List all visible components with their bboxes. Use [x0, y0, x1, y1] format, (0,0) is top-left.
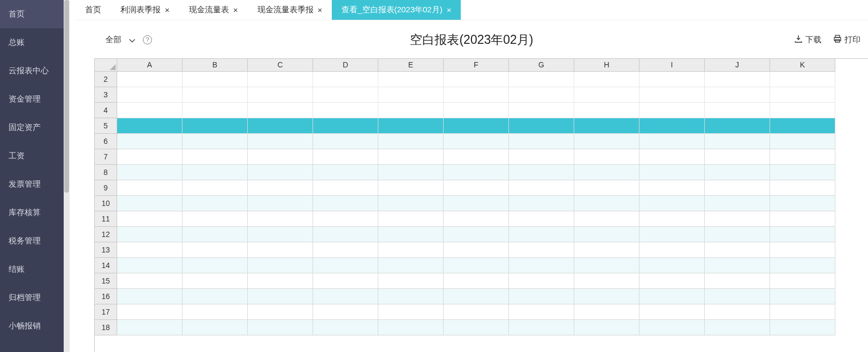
cell[interactable]	[509, 72, 574, 87]
cell[interactable]	[182, 134, 248, 149]
cell[interactable]	[639, 180, 705, 196]
cell[interactable]	[509, 103, 574, 118]
column-header[interactable]: J	[705, 59, 770, 72]
cell[interactable]	[117, 149, 182, 165]
close-icon[interactable]: ×	[318, 6, 323, 14]
cell[interactable]	[770, 258, 835, 273]
cell[interactable]	[770, 118, 835, 134]
cell[interactable]	[444, 242, 509, 258]
cell[interactable]	[117, 165, 182, 180]
row-header[interactable]: 2	[95, 72, 117, 87]
row-header[interactable]: 12	[95, 227, 117, 242]
cell[interactable]	[770, 149, 835, 165]
cell[interactable]	[770, 289, 835, 304]
cell[interactable]	[182, 304, 248, 320]
cell[interactable]	[444, 227, 509, 242]
cell[interactable]	[182, 320, 248, 335]
sidebar-item-closing[interactable]: 结账	[0, 255, 70, 284]
cell[interactable]	[509, 227, 574, 242]
sidebar-item-reimburse[interactable]: 小畅报销	[0, 312, 70, 340]
row-header[interactable]: 7	[95, 149, 117, 165]
cell[interactable]	[639, 118, 705, 134]
cell[interactable]	[509, 211, 574, 227]
cell[interactable]	[182, 211, 248, 227]
cell[interactable]	[509, 87, 574, 103]
cell[interactable]	[770, 304, 835, 320]
cell[interactable]	[248, 258, 313, 273]
cell[interactable]	[378, 211, 444, 227]
cell[interactable]	[378, 273, 444, 289]
column-header[interactable]: F	[444, 59, 509, 72]
cell[interactable]	[378, 304, 444, 320]
cell[interactable]	[313, 196, 378, 211]
cell[interactable]	[182, 72, 248, 87]
cell[interactable]	[313, 180, 378, 196]
cell[interactable]	[770, 242, 835, 258]
cell[interactable]	[444, 211, 509, 227]
cell[interactable]	[574, 304, 639, 320]
cell[interactable]	[770, 180, 835, 196]
cell[interactable]	[509, 180, 574, 196]
cell[interactable]	[705, 304, 770, 320]
cell[interactable]	[444, 320, 509, 335]
cell[interactable]	[509, 165, 574, 180]
tab-profit-report[interactable]: 利润表季报 ×	[111, 0, 179, 20]
cell[interactable]	[248, 149, 313, 165]
cell[interactable]	[444, 304, 509, 320]
cell[interactable]	[313, 118, 378, 134]
sidebar-item-ledger[interactable]: 总账	[0, 28, 70, 57]
row-header[interactable]: 17	[95, 304, 117, 320]
cell[interactable]	[117, 196, 182, 211]
cell[interactable]	[182, 87, 248, 103]
select-all-corner[interactable]	[95, 59, 117, 72]
cell[interactable]	[182, 242, 248, 258]
cell[interactable]	[313, 134, 378, 149]
cell[interactable]	[639, 227, 705, 242]
cell[interactable]	[705, 134, 770, 149]
cell[interactable]	[248, 134, 313, 149]
cell[interactable]	[705, 320, 770, 335]
cell[interactable]	[705, 196, 770, 211]
print-button[interactable]: 打印	[833, 35, 861, 45]
cell[interactable]	[509, 273, 574, 289]
cell[interactable]	[248, 180, 313, 196]
cell[interactable]	[248, 289, 313, 304]
cell[interactable]	[248, 227, 313, 242]
row-header[interactable]: 5	[95, 118, 117, 134]
sidebar-scrollbar[interactable]	[64, 0, 70, 352]
cell[interactable]	[248, 72, 313, 87]
cell[interactable]	[509, 149, 574, 165]
cell[interactable]	[770, 273, 835, 289]
cell[interactable]	[117, 320, 182, 335]
cell[interactable]	[182, 103, 248, 118]
cell[interactable]	[574, 87, 639, 103]
cell[interactable]	[444, 180, 509, 196]
cell[interactable]	[313, 72, 378, 87]
sidebar-item-archive[interactable]: 归档管理	[0, 284, 70, 312]
spreadsheet[interactable]: A B C D E F G H I J K 234567891011121314…	[94, 58, 868, 352]
sidebar-item-invoice[interactable]: 发票管理	[0, 170, 70, 198]
cell[interactable]	[117, 87, 182, 103]
cell[interactable]	[574, 196, 639, 211]
cell[interactable]	[378, 242, 444, 258]
cell[interactable]	[378, 72, 444, 87]
cell[interactable]	[574, 320, 639, 335]
cell[interactable]	[117, 258, 182, 273]
cell[interactable]	[313, 289, 378, 304]
cell[interactable]	[770, 72, 835, 87]
cell[interactable]	[705, 165, 770, 180]
cell[interactable]	[182, 149, 248, 165]
cell[interactable]	[705, 289, 770, 304]
close-icon[interactable]: ×	[165, 6, 170, 14]
row-header[interactable]: 16	[95, 289, 117, 304]
filter-dropdown[interactable]: 全部 ?	[105, 35, 152, 45]
row-header[interactable]: 3	[95, 87, 117, 103]
column-header[interactable]: C	[248, 59, 313, 72]
cell[interactable]	[313, 149, 378, 165]
cell[interactable]	[639, 87, 705, 103]
cell[interactable]	[639, 103, 705, 118]
cell[interactable]	[313, 103, 378, 118]
cell[interactable]	[705, 118, 770, 134]
cell[interactable]	[378, 227, 444, 242]
cell[interactable]	[313, 87, 378, 103]
